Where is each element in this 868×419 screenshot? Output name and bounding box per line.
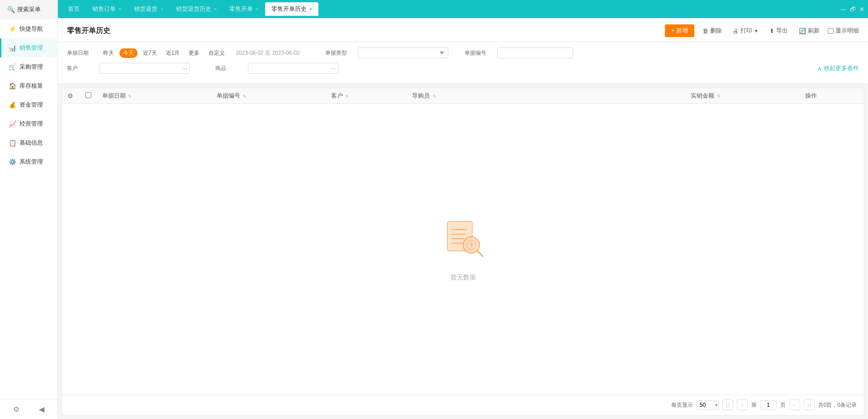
doc-no-label: 单据编号 bbox=[465, 49, 490, 57]
pagination-total: 共0页，0条记录 bbox=[818, 401, 857, 409]
purchase-mgmt-icon: 🛒 bbox=[9, 63, 16, 71]
sidebar-item-operations[interactable]: 📈 经营管理 bbox=[0, 114, 57, 133]
tab-sales-return-history[interactable]: 销货退货历史 × bbox=[170, 2, 223, 16]
sidebar-item-label: 资金管理 bbox=[19, 101, 43, 109]
print-button[interactable]: 🖨 打印 ▼ bbox=[730, 25, 761, 37]
window-close-icon[interactable]: ✕ bbox=[859, 6, 864, 13]
print-dropdown-icon[interactable]: ▼ bbox=[754, 28, 759, 33]
date-opt-last7days[interactable]: 近7天 bbox=[139, 48, 161, 58]
display-detail-toggle[interactable]: 显示明细 bbox=[828, 27, 859, 35]
tab-sales-order[interactable]: 销售订单 × bbox=[86, 2, 128, 16]
tabs-bar: 首页 销售订单 × 销货退货 × 销货退货历史 × 零售开单 × 零售开单历史 … bbox=[58, 0, 868, 18]
tab-retail-open-history-label: 零售开单历史 bbox=[271, 5, 307, 13]
tab-sales-return[interactable]: 销货退货 × bbox=[128, 2, 169, 16]
date-opt-more[interactable]: 更多 bbox=[185, 48, 203, 58]
empty-state: ? 暂无数据 bbox=[62, 104, 864, 395]
page-label-prefix: 第 bbox=[751, 401, 757, 409]
doc-type-select-wrapper bbox=[358, 47, 448, 58]
tab-home[interactable]: 首页 bbox=[62, 2, 86, 16]
next-page-btn[interactable]: ＞ bbox=[789, 400, 800, 410]
salesperson-sort-icon[interactable]: ⇅ bbox=[432, 94, 436, 99]
sidebar-item-label: 经营管理 bbox=[19, 120, 43, 128]
prev-page-btn[interactable]: ＜ bbox=[737, 400, 748, 410]
inventory-icon: 🏠 bbox=[9, 82, 16, 89]
customer-picker-icon[interactable]: ··· bbox=[182, 65, 187, 72]
doc-type-label: 单据类型 bbox=[325, 49, 351, 57]
tab-sales-return-history-label: 销货退货历史 bbox=[176, 5, 211, 13]
tab-retail-open-history[interactable]: 零售开单历史 × bbox=[265, 2, 318, 16]
sidebar-item-label: 采购管理 bbox=[19, 63, 43, 71]
date-opt-last1month[interactable]: 近1月 bbox=[162, 48, 184, 58]
tab-retail-open-close[interactable]: × bbox=[256, 6, 258, 12]
page-content: 零售开单历史 + 新增 🗑 删除 🖨 打印 ▼ ⬆ 导出 🔄 bbox=[58, 18, 868, 419]
date-opt-yesterday[interactable]: 昨天 bbox=[100, 48, 118, 58]
product-input-wrapper: ··· bbox=[248, 63, 338, 74]
customer-sort-icon[interactable]: ⇅ bbox=[345, 94, 349, 99]
tab-sales-return-close[interactable]: × bbox=[160, 6, 163, 12]
refresh-icon: 🔄 bbox=[799, 28, 806, 34]
tab-sales-return-history-close[interactable]: × bbox=[214, 6, 217, 12]
no-sort-icon[interactable]: ⇅ bbox=[242, 94, 246, 99]
sidebar-item-label: 基础信息 bbox=[19, 139, 43, 147]
delete-button[interactable]: 🗑 删除 bbox=[700, 25, 725, 37]
collapse-filters-btn[interactable]: ∧ 收起更多条件 bbox=[817, 64, 859, 72]
tab-retail-open[interactable]: 零售开单 × bbox=[223, 2, 265, 16]
search-icon: 🔍 bbox=[7, 6, 14, 13]
collapse-arrow-icon: ∧ bbox=[817, 65, 822, 72]
collapse-sidebar-icon[interactable]: ◀ bbox=[39, 405, 44, 414]
page-label-suffix: 页 bbox=[780, 401, 786, 409]
tab-retail-open-history-close[interactable]: × bbox=[309, 6, 312, 12]
empty-icon: ? bbox=[441, 217, 486, 266]
date-options: 昨天 今天 近7天 近1月 更多 自定义 bbox=[100, 48, 228, 58]
export-button[interactable]: ⬆ 导出 bbox=[767, 25, 791, 37]
table-area: ⚙ 单据日期 ⇅ 单据编号 ⇅ bbox=[62, 88, 864, 415]
col-amount-header[interactable]: 实销金额 ⇅ bbox=[685, 88, 800, 104]
data-table: ⚙ 单据日期 ⇅ 单据编号 ⇅ bbox=[62, 88, 864, 104]
col-salesperson-header[interactable]: 导购员 ⇅ bbox=[407, 88, 504, 104]
tab-sales-order-close[interactable]: × bbox=[119, 6, 121, 12]
product-input[interactable] bbox=[248, 63, 338, 74]
select-all-checkbox[interactable] bbox=[85, 92, 91, 98]
sidebar-item-base-info[interactable]: 📋 基础信息 bbox=[0, 133, 57, 152]
window-restore-icon[interactable]: 🗗 bbox=[850, 6, 856, 13]
sidebar-item-label: 库存核算 bbox=[19, 82, 43, 90]
sidebar-item-label: 快捷导航 bbox=[19, 25, 43, 33]
filter-row-1: 单据日期 昨天 今天 近7天 近1月 更多 自定义 2023-06-02 至 2… bbox=[67, 47, 859, 58]
sidebar-item-inventory[interactable]: 🏠 库存核算 bbox=[0, 76, 57, 95]
date-label: 单据日期 bbox=[67, 49, 92, 57]
sidebar-item-sales-mgmt[interactable]: 📊 销售管理 bbox=[0, 38, 57, 57]
table-settings-icon[interactable]: ⚙ bbox=[67, 92, 73, 99]
print-icon: 🖨 bbox=[733, 28, 739, 34]
col-customer-header[interactable]: 客户 ⇅ bbox=[326, 88, 407, 104]
customer-input[interactable] bbox=[100, 63, 190, 74]
amount-sort-icon[interactable]: ⇅ bbox=[717, 94, 721, 99]
col-checkbox bbox=[80, 88, 97, 104]
sidebar-item-finance[interactable]: 💰 资金管理 bbox=[0, 95, 57, 114]
date-sort-icon[interactable]: ⇅ bbox=[128, 94, 132, 99]
doc-type-select[interactable] bbox=[358, 47, 448, 58]
tab-retail-open-label: 零售开单 bbox=[229, 5, 253, 13]
date-opt-custom[interactable]: 自定义 bbox=[205, 48, 228, 58]
date-opt-today[interactable]: 今天 bbox=[119, 48, 138, 58]
first-page-btn[interactable]: ⟨⟨ bbox=[722, 400, 733, 410]
display-detail-checkbox[interactable] bbox=[828, 28, 834, 34]
sidebar-item-purchase-mgmt[interactable]: 🛒 采购管理 bbox=[0, 57, 57, 76]
tab-sales-return-label: 销货退货 bbox=[134, 5, 157, 13]
product-picker-icon[interactable]: ··· bbox=[330, 65, 336, 72]
window-minimize-icon[interactable]: — bbox=[840, 6, 846, 13]
refresh-button[interactable]: 🔄 刷新 bbox=[796, 25, 822, 37]
tab-home-label: 首页 bbox=[68, 5, 80, 13]
sales-mgmt-icon: 📊 bbox=[9, 44, 16, 52]
sidebar-search[interactable]: 🔍 搜索采单 bbox=[0, 0, 57, 19]
add-button[interactable]: + 新增 bbox=[665, 24, 694, 37]
settings-icon[interactable]: ⚙ bbox=[13, 405, 19, 414]
sidebar-item-quick-nav[interactable]: ⚡ 快捷导航 bbox=[0, 19, 57, 38]
col-no-header[interactable]: 单据编号 ⇅ bbox=[211, 88, 326, 104]
col-date-header[interactable]: 单据日期 ⇅ bbox=[97, 88, 211, 104]
doc-no-input[interactable] bbox=[497, 47, 573, 58]
per-page-select[interactable]: 50 10 20 100 bbox=[697, 400, 719, 410]
last-page-btn[interactable]: ⟩⟩ bbox=[804, 400, 815, 410]
sidebar-item-sys-mgmt[interactable]: ⚙️ 系统管理 bbox=[0, 152, 57, 171]
svg-text:?: ? bbox=[470, 242, 473, 249]
page-input[interactable] bbox=[760, 400, 777, 410]
